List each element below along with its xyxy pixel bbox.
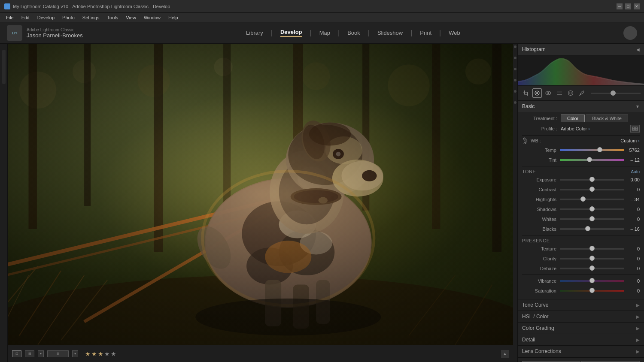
tint-value[interactable]: – 12 bbox=[624, 157, 640, 163]
adjustment-brush-button[interactable] bbox=[577, 88, 586, 98]
nav-print[interactable]: Print bbox=[414, 27, 437, 39]
tint-slider-track[interactable] bbox=[560, 159, 624, 161]
shadows-slider-track[interactable] bbox=[560, 208, 624, 210]
color-grading-header[interactable]: Color Grading ▶ bbox=[518, 323, 644, 334]
nav-book[interactable]: Book bbox=[341, 27, 366, 39]
detail-header[interactable]: Detail ▶ bbox=[518, 334, 644, 345]
minimize-button[interactable]: ─ bbox=[617, 3, 623, 9]
tool-slider-thumb[interactable] bbox=[611, 90, 616, 96]
vibrance-value[interactable]: 0 bbox=[624, 278, 640, 284]
profile-browse-button[interactable] bbox=[630, 125, 640, 133]
star-4[interactable]: ★ bbox=[104, 350, 110, 357]
treatment-bw-button[interactable]: Black & White bbox=[586, 115, 628, 122]
tone-auto-button[interactable]: Auto bbox=[631, 169, 640, 174]
tone-curve-collapse-icon[interactable]: ▶ bbox=[636, 303, 640, 308]
nav-slideshow[interactable]: Slideshow bbox=[371, 27, 409, 39]
user-avatar[interactable] bbox=[623, 26, 637, 40]
nav-library[interactable]: Library bbox=[240, 27, 269, 39]
panel-collapse-dot-4[interactable] bbox=[514, 79, 516, 81]
vibrance-slider-thumb[interactable] bbox=[589, 278, 595, 283]
spot-heal-tool-button[interactable] bbox=[532, 88, 542, 98]
menu-settings[interactable]: Settings bbox=[79, 14, 103, 21]
saturation-slider-track[interactable] bbox=[560, 290, 624, 292]
maximize-button[interactable]: □ bbox=[625, 3, 631, 9]
texture-slider-track[interactable] bbox=[560, 248, 624, 250]
close-button[interactable]: ✕ bbox=[634, 3, 640, 9]
wb-value[interactable]: Custom › bbox=[620, 138, 640, 143]
nav-develop[interactable]: Develop bbox=[274, 26, 308, 39]
whites-slider-thumb[interactable] bbox=[589, 216, 595, 221]
exposure-slider-thumb[interactable] bbox=[589, 177, 595, 182]
exposure-slider-track[interactable] bbox=[560, 179, 624, 181]
texture-value[interactable]: 0 bbox=[624, 246, 640, 251]
temp-slider-track[interactable] bbox=[560, 149, 624, 151]
contrast-slider-thumb[interactable] bbox=[589, 187, 595, 192]
menu-file[interactable]: File bbox=[3, 14, 17, 21]
whites-value[interactable]: 0 bbox=[624, 217, 640, 222]
filmstrip-toggle-button[interactable]: ▲ bbox=[501, 350, 509, 358]
view-compare-button[interactable]: ⊟ bbox=[47, 350, 69, 357]
highlights-value[interactable]: – 34 bbox=[624, 197, 640, 202]
blacks-slider-thumb[interactable] bbox=[585, 226, 590, 231]
menu-help[interactable]: Help bbox=[165, 14, 182, 21]
histogram-header[interactable]: Histogram ◀ bbox=[518, 44, 644, 55]
dehaze-value[interactable]: 0 bbox=[624, 266, 640, 271]
tint-slider-thumb[interactable] bbox=[587, 157, 592, 162]
contrast-slider-track[interactable] bbox=[560, 189, 624, 190]
compare-menu-button[interactable]: ▾ bbox=[72, 350, 78, 357]
star-5[interactable]: ★ bbox=[111, 350, 116, 357]
graduated-filter-button[interactable] bbox=[555, 88, 564, 98]
highlights-slider-track[interactable] bbox=[560, 199, 624, 200]
saturation-slider-thumb[interactable] bbox=[589, 288, 595, 293]
lens-corrections-collapse-icon[interactable]: ▶ bbox=[636, 349, 640, 354]
menu-develop[interactable]: Develop bbox=[34, 14, 58, 21]
crop-tool-button[interactable] bbox=[521, 88, 531, 98]
menu-view[interactable]: View bbox=[122, 14, 140, 21]
basic-panel-header[interactable]: Basic ▼ bbox=[518, 101, 644, 112]
nav-map[interactable]: Map bbox=[313, 27, 336, 39]
highlights-slider-thumb[interactable] bbox=[580, 196, 586, 202]
menu-tools[interactable]: Tools bbox=[104, 14, 122, 21]
hsl-color-header[interactable]: HSL / Color ▶ bbox=[518, 311, 644, 322]
whites-slider-track[interactable] bbox=[560, 218, 624, 220]
treatment-color-button[interactable]: Color bbox=[561, 115, 585, 122]
blacks-slider-track[interactable] bbox=[560, 228, 624, 230]
clarity-value[interactable]: 0 bbox=[624, 256, 640, 261]
dehaze-slider-thumb[interactable] bbox=[589, 265, 595, 271]
shadows-value[interactable]: 0 bbox=[624, 207, 640, 212]
radial-filter-button[interactable] bbox=[566, 88, 575, 98]
tool-exposure-slider[interactable] bbox=[591, 93, 641, 94]
saturation-value[interactable]: 0 bbox=[624, 288, 640, 293]
star-1[interactable]: ★ bbox=[85, 350, 91, 357]
panel-collapse-dot-6[interactable] bbox=[514, 101, 516, 104]
color-grading-collapse-icon[interactable]: ▶ bbox=[636, 326, 640, 331]
view-loupe-button[interactable]: ⊡ bbox=[12, 350, 21, 357]
panel-collapse-dot-2[interactable] bbox=[514, 57, 516, 59]
basic-collapse-icon[interactable]: ▼ bbox=[635, 104, 640, 109]
clarity-slider-track[interactable] bbox=[560, 258, 624, 259]
view-grid-button[interactable]: ⊞ bbox=[25, 350, 34, 357]
star-2[interactable]: ★ bbox=[91, 350, 97, 357]
detail-collapse-icon[interactable]: ▶ bbox=[636, 338, 640, 342]
view-menu-button[interactable]: ▾ bbox=[38, 350, 44, 357]
panel-collapse-dot-3[interactable] bbox=[514, 68, 516, 70]
texture-slider-thumb[interactable] bbox=[589, 246, 595, 251]
temp-slider-thumb[interactable] bbox=[597, 147, 602, 152]
tone-curve-header[interactable]: Tone Curve ▶ bbox=[518, 299, 644, 311]
panel-collapse-dot-1[interactable] bbox=[514, 45, 516, 48]
contrast-value[interactable]: 0 bbox=[624, 187, 640, 192]
temp-value[interactable]: 5762 bbox=[624, 148, 640, 153]
blacks-value[interactable]: – 16 bbox=[624, 226, 640, 232]
vibrance-slider-track[interactable] bbox=[560, 280, 624, 282]
panel-collapse-dot-5[interactable] bbox=[514, 90, 516, 93]
clarity-slider-thumb[interactable] bbox=[589, 256, 595, 261]
histogram-collapse-icon[interactable]: ◀ bbox=[636, 47, 640, 52]
lens-corrections-header[interactable]: Lens Corrections ▶ bbox=[518, 346, 644, 357]
exposure-value[interactable]: 0.00 bbox=[624, 177, 640, 182]
wb-eyedropper-icon[interactable] bbox=[522, 137, 529, 144]
dehaze-slider-track[interactable] bbox=[560, 268, 624, 269]
redeye-tool-button[interactable] bbox=[544, 88, 553, 98]
menu-edit[interactable]: Edit bbox=[18, 14, 33, 21]
profile-value[interactable]: Adobe Color › bbox=[561, 126, 590, 131]
star-3[interactable]: ★ bbox=[98, 350, 103, 357]
